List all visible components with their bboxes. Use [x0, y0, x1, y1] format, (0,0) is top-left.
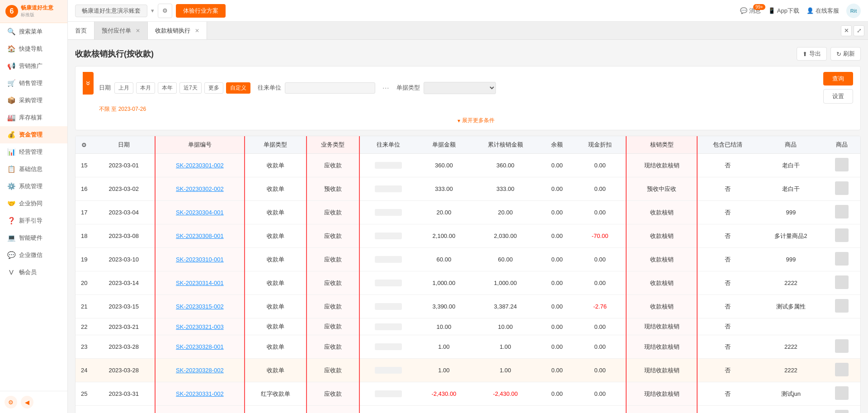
col-settings[interactable]: ⚙ [75, 136, 93, 154]
tab-verify-label: 收款核销执行 [155, 27, 190, 35]
row-amount: 20.00 [417, 201, 471, 224]
row-date: 2023-03-21 [93, 318, 155, 335]
row-receipt-type: 收款单 [245, 295, 307, 318]
sidebar-item-label: 智能硬件 [19, 234, 42, 242]
row-verified-amount: -2,430.00 [471, 382, 540, 406]
settings-button[interactable]: 设置 [823, 89, 853, 104]
sidebar-item-quick-nav[interactable]: 🏠 快捷导航 [0, 40, 67, 57]
partner-cell [375, 162, 402, 169]
row-cash-discount: 0.00 [574, 406, 627, 413]
online-service-button[interactable]: 👤 在线客服 [807, 7, 839, 15]
tab-prepay-close[interactable]: ✕ [136, 28, 140, 34]
message-badge: 99+ [753, 4, 765, 10]
sidebar-settings-button[interactable]: ⚙ [5, 396, 17, 408]
expand-conditions-button[interactable]: ▾ 展开更多条件 [458, 117, 495, 124]
workspace-name[interactable]: 畅康道好生意演示账套 [75, 5, 147, 17]
sidebar-item-guide[interactable]: ❓ 新手引导 [0, 212, 67, 229]
row-amount: -2,430.00 [417, 382, 471, 406]
receipt-type-select[interactable] [424, 82, 496, 94]
row-goods [758, 318, 824, 335]
topbar-right: 💬 消息 99+ 📱 App下载 👤 在线客服 Rit [740, 4, 861, 18]
row-verify-type: 现结收款核销 [626, 359, 697, 382]
date-more[interactable]: 更多 [204, 82, 223, 94]
query-button[interactable]: 查询 [823, 72, 853, 85]
app-download-button[interactable]: 📱 App下载 [768, 7, 799, 15]
sidebar-item-inventory[interactable]: 🏭 库存核算 [0, 109, 67, 126]
workspace-arrow-icon[interactable]: ▾ [151, 7, 154, 14]
sidebar-item-member[interactable]: V 畅会员 [0, 264, 67, 281]
row-verify-type: 收款核销 [626, 201, 697, 224]
sidebar-item-sales[interactable]: 🛒 销售管理 [0, 75, 67, 92]
row-include-settled: 否 [697, 271, 758, 295]
sidebar-item-finance[interactable]: 💰 资金管理 [0, 126, 67, 143]
tab-prepay[interactable]: 预付应付单 ✕ [94, 22, 148, 39]
row-verified-amount: 20.00 [471, 406, 540, 413]
receipt-type-filter-group: 单据类型 [396, 82, 496, 94]
row-verified-amount: 360.00 [471, 154, 540, 177]
tab-close-all-button[interactable]: ✕ [841, 25, 852, 36]
row-balance: 0.00 [540, 382, 574, 406]
data-table: ⚙ 日期 单据编号 单据类型 业务类型 往来单位 单据金额 累计核销金额 余额 … [75, 136, 861, 413]
solution-button[interactable]: 体验行业方案 [176, 4, 226, 18]
sidebar-item-marketing[interactable]: 📢 营销推广 [0, 57, 67, 75]
tab-verify-close[interactable]: ✕ [195, 28, 199, 34]
date-this-month[interactable]: 本月 [136, 82, 155, 94]
row-goods-img [824, 154, 860, 177]
partner-cell [375, 256, 402, 263]
row-verify-type: 现结收款核销 [626, 335, 697, 359]
row-include-settled: 否 [697, 335, 758, 359]
sidebar-item-label: 采购管理 [19, 96, 42, 104]
row-balance: 0.00 [540, 406, 574, 413]
table-row: 16 2023-03-02 SK-20230302-002 收款单 预收款 33… [75, 177, 860, 201]
row-partner [359, 359, 417, 382]
col-receipt-no: 单据编号 [155, 136, 245, 154]
row-verify-type: 收款核销 [626, 248, 697, 271]
row-verified-amount: 10.00 [471, 318, 540, 335]
export-icon: ⬆ [802, 51, 807, 57]
sidebar-item-enterprise[interactable]: 🤝 企业协同 [0, 195, 67, 212]
sidebar-item-operations[interactable]: 📊 经营管理 [0, 143, 67, 161]
tab-expand-button[interactable]: ⤢ [854, 25, 864, 36]
partner-input[interactable] [285, 82, 375, 94]
date-this-year[interactable]: 本年 [158, 82, 177, 94]
date-7days[interactable]: 近7天 [179, 82, 202, 94]
filter-collapse-button[interactable]: » [83, 72, 94, 95]
sidebar-item-wechat[interactable]: 💬 企业微信 [0, 247, 67, 264]
row-biz-type: 应收款 [307, 318, 359, 335]
finance-icon: 💰 [7, 131, 15, 139]
sidebar-item-label: 资金管理 [19, 131, 42, 139]
workspace-gear-button[interactable]: ⚙ [158, 4, 172, 18]
user-avatar[interactable]: Rit [846, 4, 861, 18]
row-balance: 0.00 [540, 248, 574, 271]
message-button[interactable]: 💬 消息 99+ [740, 7, 761, 15]
sidebar-item-basic-info[interactable]: 📋 基础信息 [0, 161, 67, 178]
row-receipt-no: SK-20230331-002 [155, 382, 245, 406]
logo-title: 畅康道好生意 [21, 5, 53, 12]
refresh-button[interactable]: ↻ 刷新 [830, 47, 861, 61]
table-row: 23 2023-03-28 SK-20230328-001 收款单 应收款 1.… [75, 335, 860, 359]
row-partner [359, 224, 417, 248]
sidebar-collapse-button[interactable]: ◀ [21, 396, 33, 408]
row-goods-img [824, 295, 860, 318]
date-prev-month[interactable]: 上月 [114, 82, 133, 94]
row-receipt-no: SK-20230315-002 [155, 295, 245, 318]
row-receipt-type: 收款单 [245, 318, 307, 335]
date-range-display: 不限 至 2023-07-26 [99, 105, 853, 113]
row-no: 21 [75, 295, 93, 318]
row-no: 25 [75, 382, 93, 406]
sidebar-item-purchase[interactable]: 📦 采购管理 [0, 92, 67, 109]
sidebar-item-system[interactable]: ⚙️ 系统管理 [0, 178, 67, 195]
row-biz-type: 应收款 [307, 359, 359, 382]
sidebar-item-hardware[interactable]: 💻 智能硬件 [0, 229, 67, 247]
row-goods: 老白干 [758, 177, 824, 201]
tab-home[interactable]: 首页 [68, 22, 94, 39]
tab-verify[interactable]: 收款核销执行 ✕ [148, 22, 207, 39]
col-verify-type: 核销类型 [626, 136, 697, 154]
table-row: 21 2023-03-15 SK-20230315-002 收款单 应收款 3,… [75, 295, 860, 318]
sidebar-item-search[interactable]: 🔍 搜索菜单 [0, 23, 67, 40]
row-cash-discount: 0.00 [574, 335, 627, 359]
row-receipt-type: 收款单 [245, 359, 307, 382]
export-button[interactable]: ⬆ 导出 [797, 47, 827, 61]
table-row: 25 2023-03-31 SK-20230331-002 红字收款单 应收款 … [75, 382, 860, 406]
date-custom[interactable]: 自定义 [226, 82, 250, 94]
